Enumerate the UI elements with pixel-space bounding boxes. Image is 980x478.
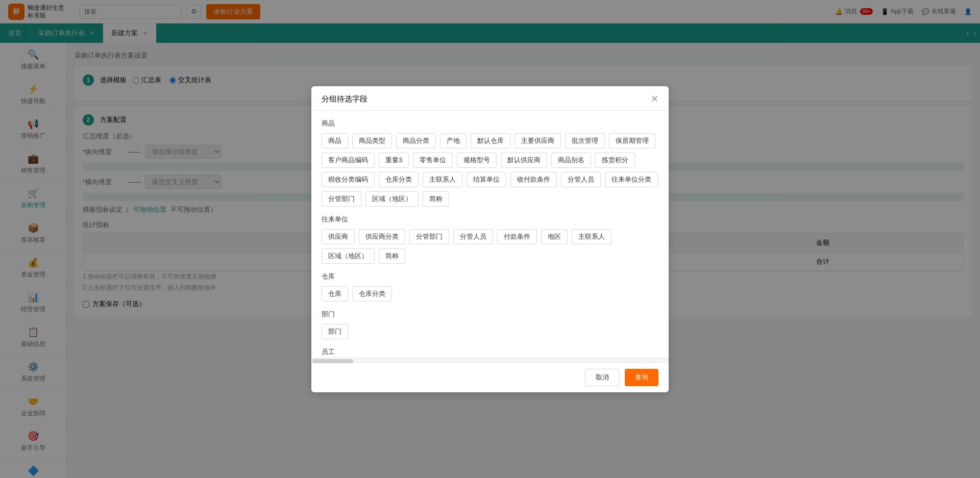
field-tag[interactable]: 产地 (440, 133, 467, 148)
field-tag[interactable]: 分管人员 (453, 229, 493, 244)
field-tag[interactable]: 部门 (322, 324, 348, 339)
field-tag[interactable]: 默认供应商 (501, 153, 547, 168)
field-tag[interactable]: 分管人员 (561, 172, 601, 187)
field-tag[interactable]: 仓库分类 (379, 172, 419, 187)
section-dept-fields: 部门 (322, 324, 658, 339)
field-tag[interactable]: 商品 (322, 133, 348, 148)
field-tag[interactable]: 客户商品编码 (322, 153, 375, 168)
section-product-title: 商品 (322, 119, 658, 128)
field-selection-modal: 分组待选字段 ✕ 商品 商品 商品类型 商品分类 产地 默认仓库 主要供应商 批… (311, 86, 669, 392)
field-tag[interactable]: 商品分类 (396, 133, 436, 148)
field-tag[interactable]: 主要供应商 (514, 133, 561, 148)
modal-title: 分组待选字段 (322, 94, 368, 104)
field-tag[interactable]: 税收分类编码 (322, 172, 375, 187)
section-employee-title: 员工 (322, 347, 658, 357)
field-tag[interactable]: 主联系人 (423, 172, 462, 187)
field-tag[interactable]: 商品别名 (551, 153, 591, 168)
modal-close-button[interactable]: ✕ (651, 94, 658, 104)
field-tag[interactable]: 付款条件 (497, 229, 537, 244)
field-tag[interactable]: 默认仓库 (471, 133, 510, 148)
section-warehouse-fields: 仓库 仓库分类 (322, 286, 658, 301)
modal-header: 分组待选字段 ✕ (311, 86, 669, 111)
modal-horizontal-scrollbar[interactable] (311, 358, 669, 362)
field-tag[interactable]: 零售单位 (413, 153, 453, 168)
field-tag[interactable]: 简称 (379, 248, 405, 264)
modal-body: 商品 商品 商品类型 商品分类 产地 默认仓库 主要供应商 批次管理 保质期管理… (311, 111, 669, 358)
section-product-fields: 商品 商品类型 商品分类 产地 默认仓库 主要供应商 批次管理 保质期管理 客户… (322, 133, 658, 207)
field-tag[interactable]: 规格型号 (457, 153, 497, 168)
section-dept-title: 部门 (322, 310, 658, 319)
scrollbar-thumb (312, 359, 353, 363)
cancel-button[interactable]: 取消 (585, 369, 620, 386)
field-tag[interactable]: 区域（地区） (322, 248, 375, 264)
confirm-button[interactable]: 查询 (625, 369, 658, 386)
field-tag[interactable]: 简称 (423, 191, 449, 207)
field-tag[interactable]: 拣货积分 (595, 153, 635, 168)
modal-footer: 取消 查询 (311, 362, 669, 392)
section-partner-title: 往来单位 (322, 215, 658, 224)
field-tag[interactable]: 仓库分类 (352, 286, 392, 301)
field-tag[interactable]: 重量3 (379, 153, 409, 168)
field-tag[interactable]: 分管部门 (322, 191, 361, 207)
field-tag[interactable]: 供应商 (322, 229, 355, 244)
field-tag[interactable]: 批次管理 (565, 133, 605, 148)
field-tag[interactable]: 供应商分类 (359, 229, 405, 244)
field-tag[interactable]: 收付款条件 (510, 172, 557, 187)
section-warehouse-title: 仓库 (322, 272, 658, 281)
field-tag[interactable]: 保质期管理 (609, 133, 655, 148)
field-tag[interactable]: 地区 (541, 229, 568, 244)
field-tag[interactable]: 区域（地区） (365, 191, 419, 207)
field-tag[interactable]: 结算单位 (467, 172, 506, 187)
section-partner-fields: 供应商 供应商分类 分管部门 分管人员 付款条件 地区 主联系人 区域（地区） … (322, 229, 658, 264)
field-tag[interactable]: 仓库 (322, 286, 348, 301)
field-tag[interactable]: 商品类型 (352, 133, 392, 148)
modal-overlay: 分组待选字段 ✕ 商品 商品 商品类型 商品分类 产地 默认仓库 主要供应商 批… (0, 0, 980, 478)
field-tag[interactable]: 主联系人 (572, 229, 611, 244)
field-tag[interactable]: 往来单位分类 (605, 172, 658, 187)
field-tag[interactable]: 分管部门 (409, 229, 449, 244)
